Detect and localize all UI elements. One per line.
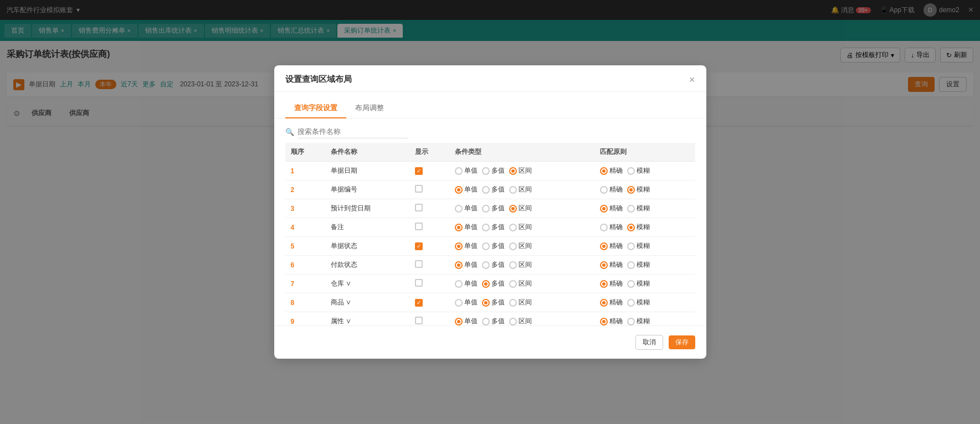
type-multi-option[interactable]: 多值 bbox=[482, 241, 505, 251]
type-multi-radio[interactable] bbox=[482, 186, 490, 194]
match-exact-radio[interactable] bbox=[600, 186, 608, 194]
type-range-option[interactable]: 区间 bbox=[509, 317, 532, 325]
type-range-option[interactable]: 区间 bbox=[509, 185, 532, 194]
dialog-close-button[interactable]: × bbox=[689, 75, 695, 85]
match-exact-option[interactable]: 精确 bbox=[600, 241, 623, 251]
display-checkbox[interactable] bbox=[415, 167, 423, 175]
match-fuzzy-option[interactable]: 模糊 bbox=[627, 317, 650, 325]
type-single-option[interactable]: 单值 bbox=[455, 260, 478, 270]
row-display[interactable] bbox=[409, 218, 450, 237]
type-single-radio[interactable] bbox=[455, 224, 463, 231]
dialog-tab-fields[interactable]: 查询字段设置 bbox=[285, 99, 346, 118]
match-fuzzy-option[interactable]: 模糊 bbox=[627, 298, 650, 307]
type-range-option[interactable]: 区间 bbox=[509, 298, 532, 307]
type-multi-radio[interactable] bbox=[482, 299, 490, 307]
type-range-option[interactable]: 区间 bbox=[509, 204, 532, 213]
type-single-option[interactable]: 单值 bbox=[455, 185, 478, 194]
match-exact-option[interactable]: 精确 bbox=[600, 260, 623, 270]
type-multi-option[interactable]: 多值 bbox=[482, 260, 505, 270]
row-display[interactable] bbox=[409, 256, 450, 275]
type-single-radio[interactable] bbox=[455, 280, 463, 288]
type-range-radio[interactable] bbox=[509, 261, 517, 269]
match-exact-option[interactable]: 精确 bbox=[600, 279, 623, 288]
type-multi-option[interactable]: 多值 bbox=[482, 279, 505, 288]
match-exact-radio[interactable] bbox=[600, 280, 608, 288]
type-range-radio[interactable] bbox=[509, 205, 517, 213]
row-display[interactable] bbox=[409, 237, 450, 256]
match-exact-radio[interactable] bbox=[600, 224, 608, 231]
type-multi-radio[interactable] bbox=[482, 224, 490, 231]
type-range-radio[interactable] bbox=[509, 242, 517, 250]
type-multi-option[interactable]: 多值 bbox=[482, 185, 505, 194]
match-fuzzy-option[interactable]: 模糊 bbox=[627, 279, 650, 288]
display-checkbox[interactable] bbox=[415, 260, 423, 268]
match-exact-radio[interactable] bbox=[600, 261, 608, 269]
type-multi-radio[interactable] bbox=[482, 318, 490, 325]
display-checkbox[interactable] bbox=[415, 299, 423, 307]
match-exact-option[interactable]: 精确 bbox=[600, 204, 623, 213]
match-exact-radio[interactable] bbox=[600, 318, 608, 325]
type-single-option[interactable]: 单值 bbox=[455, 223, 478, 232]
match-exact-option[interactable]: 精确 bbox=[600, 298, 623, 307]
type-multi-option[interactable]: 多值 bbox=[482, 317, 505, 325]
row-display[interactable] bbox=[409, 312, 450, 326]
match-fuzzy-option[interactable]: 模糊 bbox=[627, 223, 650, 232]
match-fuzzy-radio[interactable] bbox=[627, 318, 635, 325]
type-multi-option[interactable]: 多值 bbox=[482, 223, 505, 232]
type-multi-radio[interactable] bbox=[482, 167, 490, 175]
type-range-radio[interactable] bbox=[509, 318, 517, 325]
type-range-radio[interactable] bbox=[509, 186, 517, 194]
match-fuzzy-radio[interactable] bbox=[627, 205, 635, 213]
match-fuzzy-option[interactable]: 模糊 bbox=[627, 185, 650, 194]
type-range-option[interactable]: 区间 bbox=[509, 260, 532, 270]
match-exact-option[interactable]: 精确 bbox=[600, 223, 623, 232]
type-range-radio[interactable] bbox=[509, 299, 517, 307]
type-single-option[interactable]: 单值 bbox=[455, 204, 478, 213]
match-exact-radio[interactable] bbox=[600, 205, 608, 213]
type-multi-option[interactable]: 多值 bbox=[482, 298, 505, 307]
match-exact-option[interactable]: 精确 bbox=[600, 166, 623, 175]
save-button[interactable]: 保存 bbox=[669, 335, 695, 349]
type-range-option[interactable]: 区间 bbox=[509, 241, 532, 251]
type-multi-radio[interactable] bbox=[482, 261, 490, 269]
match-fuzzy-radio[interactable] bbox=[627, 186, 635, 194]
type-range-radio[interactable] bbox=[509, 167, 517, 175]
match-exact-radio[interactable] bbox=[600, 299, 608, 307]
type-single-option[interactable]: 单值 bbox=[455, 298, 478, 307]
type-range-option[interactable]: 区间 bbox=[509, 279, 532, 288]
type-multi-option[interactable]: 多值 bbox=[482, 204, 505, 213]
table-scroll-area[interactable]: 顺序 条件名称 显示 条件类型 匹配原则 1单据日期 单值 多值 bbox=[285, 143, 695, 325]
type-range-option[interactable]: 区间 bbox=[509, 166, 532, 175]
type-single-radio[interactable] bbox=[455, 318, 463, 325]
type-single-radio[interactable] bbox=[455, 205, 463, 213]
type-range-radio[interactable] bbox=[509, 280, 517, 288]
type-multi-radio[interactable] bbox=[482, 242, 490, 250]
display-checkbox[interactable] bbox=[415, 317, 423, 324]
row-display[interactable] bbox=[409, 275, 450, 293]
display-checkbox[interactable] bbox=[415, 279, 423, 287]
type-single-option[interactable]: 单值 bbox=[455, 317, 478, 325]
row-display[interactable] bbox=[409, 162, 450, 180]
type-range-radio[interactable] bbox=[509, 224, 517, 231]
type-single-radio[interactable] bbox=[455, 242, 463, 250]
match-fuzzy-radio[interactable] bbox=[627, 224, 635, 231]
match-exact-radio[interactable] bbox=[600, 242, 608, 250]
display-checkbox[interactable] bbox=[415, 242, 423, 250]
search-input[interactable] bbox=[297, 125, 408, 138]
type-multi-radio[interactable] bbox=[482, 205, 490, 213]
match-fuzzy-option[interactable]: 模糊 bbox=[627, 166, 650, 175]
match-exact-option[interactable]: 精确 bbox=[600, 317, 623, 325]
type-multi-option[interactable]: 多值 bbox=[482, 166, 505, 175]
row-display[interactable] bbox=[409, 199, 450, 218]
type-single-radio[interactable] bbox=[455, 167, 463, 175]
row-display[interactable] bbox=[409, 180, 450, 199]
match-exact-radio[interactable] bbox=[600, 167, 608, 175]
match-fuzzy-radio[interactable] bbox=[627, 242, 635, 250]
match-fuzzy-option[interactable]: 模糊 bbox=[627, 204, 650, 213]
match-exact-option[interactable]: 精确 bbox=[600, 185, 623, 194]
match-fuzzy-radio[interactable] bbox=[627, 261, 635, 269]
dialog-tab-layout[interactable]: 布局调整 bbox=[346, 99, 393, 118]
match-fuzzy-radio[interactable] bbox=[627, 280, 635, 288]
match-fuzzy-option[interactable]: 模糊 bbox=[627, 241, 650, 251]
match-fuzzy-radio[interactable] bbox=[627, 167, 635, 175]
